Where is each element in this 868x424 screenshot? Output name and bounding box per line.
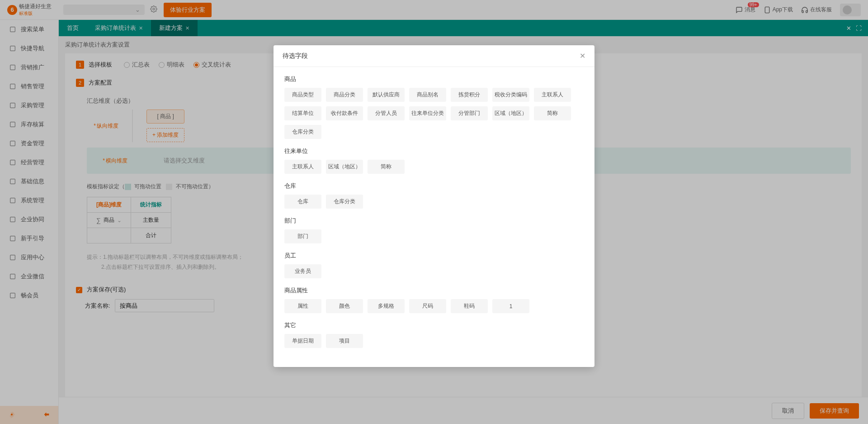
field-tag[interactable]: 简称 bbox=[368, 160, 405, 174]
field-tag[interactable]: 收付款条件 bbox=[326, 106, 363, 120]
field-group-title: 仓库 bbox=[284, 182, 584, 190]
field-tag[interactable]: 简称 bbox=[534, 106, 571, 120]
field-tag[interactable]: 仓库分类 bbox=[326, 195, 363, 209]
field-group: 部门部门 bbox=[284, 217, 584, 243]
field-tag[interactable]: 颜色 bbox=[326, 299, 363, 313]
field-tag[interactable]: 1 bbox=[492, 299, 529, 313]
field-tag[interactable]: 分管人员 bbox=[368, 106, 405, 120]
close-icon[interactable]: ✕ bbox=[580, 52, 585, 60]
field-tag[interactable]: 税收分类编码 bbox=[492, 88, 529, 102]
field-group-title: 商品属性 bbox=[284, 286, 584, 295]
field-tag[interactable]: 拣货积分 bbox=[451, 88, 488, 102]
modal-header: 待选字段 ✕ bbox=[274, 45, 594, 67]
field-tag[interactable]: 项目 bbox=[326, 334, 363, 348]
field-tag[interactable]: 区域（地区） bbox=[492, 106, 529, 120]
field-tag[interactable]: 区域（地区） bbox=[326, 160, 363, 174]
field-tag[interactable]: 仓库分类 bbox=[284, 125, 321, 139]
field-group: 员工业务员 bbox=[284, 252, 584, 278]
field-group-title: 往来单位 bbox=[284, 147, 584, 155]
field-tag[interactable]: 主联系人 bbox=[534, 88, 571, 102]
field-tag[interactable]: 商品类型 bbox=[284, 88, 321, 102]
field-group: 商品商品类型商品分类默认供应商商品别名拣货积分税收分类编码主联系人结算单位收付款… bbox=[284, 75, 584, 139]
field-group-title: 商品 bbox=[284, 75, 584, 83]
field-tag[interactable]: 属性 bbox=[284, 299, 321, 313]
field-group-title: 其它 bbox=[284, 321, 584, 329]
field-tag[interactable]: 商品别名 bbox=[409, 88, 446, 102]
field-tag[interactable]: 主联系人 bbox=[284, 160, 321, 174]
field-tag[interactable]: 多规格 bbox=[368, 299, 405, 313]
modal-overlay[interactable]: 待选字段 ✕ 商品商品类型商品分类默认供应商商品别名拣货积分税收分类编码主联系人… bbox=[0, 0, 868, 424]
field-group-title: 部门 bbox=[284, 217, 584, 225]
field-tag[interactable]: 往来单位分类 bbox=[409, 106, 446, 120]
field-tag[interactable]: 默认供应商 bbox=[368, 88, 405, 102]
field-tag[interactable]: 鞋码 bbox=[451, 299, 488, 313]
field-selector-modal: 待选字段 ✕ 商品商品类型商品分类默认供应商商品别名拣货积分税收分类编码主联系人… bbox=[274, 45, 594, 367]
field-tag[interactable]: 尺码 bbox=[409, 299, 446, 313]
field-tag[interactable]: 结算单位 bbox=[284, 106, 321, 120]
field-group: 仓库仓库仓库分类 bbox=[284, 182, 584, 209]
field-tag[interactable]: 单据日期 bbox=[284, 334, 321, 348]
field-group: 其它单据日期项目 bbox=[284, 321, 584, 348]
field-group: 往来单位主联系人区域（地区）简称 bbox=[284, 147, 584, 174]
modal-title: 待选字段 bbox=[283, 52, 308, 60]
field-tag[interactable]: 部门 bbox=[284, 229, 321, 243]
field-group: 商品属性属性颜色多规格尺码鞋码1 bbox=[284, 286, 584, 313]
field-tag[interactable]: 商品分类 bbox=[326, 88, 363, 102]
field-group-title: 员工 bbox=[284, 252, 584, 260]
field-tag[interactable]: 业务员 bbox=[284, 264, 321, 278]
field-tag[interactable]: 分管部门 bbox=[451, 106, 488, 120]
modal-body: 商品商品类型商品分类默认供应商商品别名拣货积分税收分类编码主联系人结算单位收付款… bbox=[274, 67, 594, 367]
field-tag[interactable]: 仓库 bbox=[284, 195, 321, 209]
